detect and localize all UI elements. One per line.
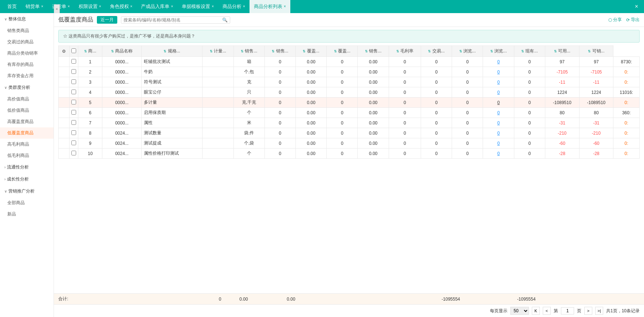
nav-template-settings[interactable]: 单据模板设置 × xyxy=(177,0,218,13)
row-checkbox[interactable] xyxy=(70,128,78,138)
col-browse-a[interactable]: ⇅ 浏览... xyxy=(452,46,483,57)
total-label: 合计: xyxy=(58,296,80,302)
sidebar-section-growth[interactable]: › 成长性分析 xyxy=(0,173,54,185)
table-row: 9 0024... 测试提成 个,袋 0 0.00 0 0.00 0 0 0 0… xyxy=(59,138,640,148)
nav-sales[interactable]: 销货单 × xyxy=(21,0,48,13)
row-browse-b: 0 xyxy=(514,138,545,148)
select-all-checkbox[interactable] xyxy=(71,48,76,53)
row-checkbox[interactable] xyxy=(70,67,78,77)
row-settings[interactable] xyxy=(59,118,70,128)
row-current: -210 xyxy=(545,128,579,138)
col-saleable[interactable]: ⇅ 可销... xyxy=(579,46,613,57)
close-all-button[interactable]: × xyxy=(632,3,641,10)
time-filter-button[interactable]: 近一月 xyxy=(97,16,117,24)
export-button[interactable]: ⟳ 导出 xyxy=(626,17,640,23)
row-settings[interactable] xyxy=(59,128,70,138)
row-browse-a[interactable]: 0 xyxy=(483,67,514,77)
search-input[interactable] xyxy=(123,17,221,23)
col-cover-b[interactable]: ⇅ 覆盖... xyxy=(327,46,358,57)
col-available[interactable]: ⇅ 可用... xyxy=(545,46,579,57)
row-sales-qty: 0 xyxy=(264,108,295,118)
nav-product-analysis[interactable]: 商品分析 × xyxy=(218,0,250,13)
row-checkbox[interactable] xyxy=(70,98,78,108)
nav-home[interactable]: 首页 xyxy=(3,0,21,13)
row-checkbox[interactable] xyxy=(70,57,78,67)
share-button[interactable]: ⬡ 分享 xyxy=(608,17,622,23)
first-page-button[interactable]: K xyxy=(532,307,540,315)
sidebar-item-low-profit[interactable]: 低毛利商品 xyxy=(0,150,54,161)
sidebar-item-high-coverage[interactable]: 高覆盖度商品 xyxy=(0,116,54,127)
row-settings[interactable] xyxy=(59,87,70,98)
page-input[interactable] xyxy=(561,307,574,314)
sidebar-item-traded-products[interactable]: 交易过的商品 xyxy=(0,36,54,48)
col-settings[interactable]: ⚙ xyxy=(59,46,70,57)
col-sales-qty[interactable]: ⇅ 销售... xyxy=(233,46,264,57)
row-checkbox[interactable] xyxy=(70,118,78,128)
row-cover-a: 0 xyxy=(327,108,358,118)
col-sales-c[interactable]: ⇅ 销售... xyxy=(358,46,389,57)
row-browse-a[interactable]: 0 xyxy=(483,108,514,118)
sidebar-item-low-value[interactable]: 低价值商品 xyxy=(0,105,54,116)
row-settings[interactable] xyxy=(59,57,70,67)
nav-permissions[interactable]: 权限设置 × xyxy=(74,0,106,13)
prev-page-button[interactable]: < xyxy=(543,307,551,315)
row-settings[interactable] xyxy=(59,108,70,118)
sidebar-collapse-button[interactable]: « xyxy=(54,4,60,13)
nav-role-auth[interactable]: 角色授权 × xyxy=(106,0,137,13)
sidebar-section-overview[interactable]: ∨ 整体信息 xyxy=(0,13,54,25)
col-gross-rate[interactable]: ⇅ 毛利率 xyxy=(389,46,421,57)
sidebar-item-inventory-fund[interactable]: 库存资金占用 xyxy=(0,70,54,82)
row-saleable: 360: xyxy=(613,108,640,118)
row-browse-a[interactable]: 0 xyxy=(483,57,514,67)
nav-purchase[interactable]: 进货单 × xyxy=(48,0,74,13)
row-browse-a[interactable]: 0 xyxy=(483,98,514,108)
search-icon[interactable]: 🔍 xyxy=(222,17,228,23)
row-unit: 个,包 xyxy=(233,67,264,77)
row-browse-a[interactable]: 0 xyxy=(483,148,514,159)
row-settings[interactable] xyxy=(59,148,70,159)
col-cover-a[interactable]: ⇅ 覆盖... xyxy=(296,46,327,57)
row-checkbox[interactable] xyxy=(70,87,78,98)
row-browse-a[interactable]: 0 xyxy=(483,138,514,148)
sidebar-item-all-products[interactable]: 全部商品 xyxy=(0,197,54,209)
sidebar-item-sales-products[interactable]: 销售类商品 xyxy=(0,25,54,36)
per-page-select[interactable]: 50 20 100 xyxy=(510,307,529,315)
sidebar-item-low-coverage[interactable]: 低覆盖度商品 xyxy=(0,127,54,139)
col-name[interactable]: ⇅ 商品名称 xyxy=(102,46,141,57)
last-page-button[interactable]: >| xyxy=(595,307,603,315)
row-settings[interactable] xyxy=(59,77,70,87)
sidebar-item-high-profit[interactable]: 高毛利商品 xyxy=(0,139,54,150)
row-settings[interactable] xyxy=(59,67,70,77)
sidebar-section-marketing[interactable]: ∨ 营销推广分析 xyxy=(0,185,54,197)
sidebar-item-new-products[interactable]: 新品 xyxy=(0,209,54,220)
col-current[interactable]: ⇅ 现有... xyxy=(514,46,545,57)
nav-product-analysis-list[interactable]: 商品分析列表 × xyxy=(250,0,290,13)
row-checkbox[interactable] xyxy=(70,148,78,159)
row-browse-a[interactable]: 0 xyxy=(483,118,514,128)
row-settings[interactable] xyxy=(59,98,70,108)
row-checkbox[interactable] xyxy=(70,108,78,118)
row-name: 眼宝公仔 xyxy=(141,87,203,98)
row-checkbox[interactable] xyxy=(70,77,78,87)
sidebar-item-in-stock[interactable]: 有库存的商品 xyxy=(0,59,54,70)
row-unit: 克,千克 xyxy=(233,98,264,108)
sidebar-item-high-value[interactable]: 高价值商品 xyxy=(0,94,54,105)
row-available: -1089510 xyxy=(579,98,613,108)
nav-product-warehouse[interactable]: 产成品入库单 × xyxy=(137,0,177,13)
col-spec[interactable]: ⇅ 规格... xyxy=(141,46,203,57)
col-unit[interactable]: ⇅ 计量... xyxy=(203,46,233,57)
row-browse-a[interactable]: 0 xyxy=(483,77,514,87)
row-browse-a[interactable]: 0 xyxy=(483,87,514,98)
next-page-button[interactable]: > xyxy=(584,307,592,315)
col-code[interactable]: ⇅ 商... xyxy=(78,46,102,57)
sidebar-item-category-sales-rate[interactable]: 商品分类动销率 xyxy=(0,48,54,59)
sidebar-section-cluster[interactable]: ∨ 类群度分析 xyxy=(0,82,54,94)
sidebar-section-circulation[interactable]: › 流通性分析 xyxy=(0,161,54,173)
col-trade[interactable]: ⇅ 交易... xyxy=(421,46,452,57)
row-current: -11 xyxy=(545,77,579,87)
row-settings[interactable] xyxy=(59,138,70,148)
row-browse-a[interactable]: 0 xyxy=(483,128,514,138)
col-sales-amt[interactable]: ⇅ 销售... xyxy=(264,46,295,57)
row-checkbox[interactable] xyxy=(70,138,78,148)
col-browse-b[interactable]: ⇅ 浏览... xyxy=(483,46,514,57)
